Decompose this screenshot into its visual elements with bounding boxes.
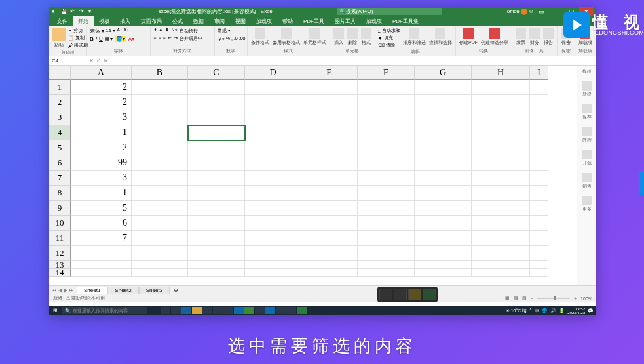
cell-H7[interactable]: [472, 171, 530, 186]
column-header-C[interactable]: C: [188, 66, 245, 80]
cell-A7[interactable]: 3: [71, 171, 132, 186]
tab-template[interactable]: 模板: [94, 16, 115, 26]
cell-I9[interactable]: [530, 201, 548, 216]
fill-color-button[interactable]: 🪣▾: [115, 36, 126, 42]
cell-B10[interactable]: [132, 216, 188, 231]
float-btn-4[interactable]: [423, 289, 436, 300]
cell-E5[interactable]: [301, 140, 358, 155]
cell-B7[interactable]: [132, 171, 188, 186]
taskbar-cortana-icon[interactable]: [161, 307, 170, 314]
copy-button[interactable]: 📋 复制: [68, 35, 88, 41]
cell-A6[interactable]: 99: [71, 155, 132, 171]
cell-I12[interactable]: [530, 246, 548, 261]
cell-A3[interactable]: 3: [71, 110, 132, 125]
underline-button[interactable]: U: [99, 36, 103, 42]
ribbon-options-icon[interactable]: ▭: [534, 7, 548, 16]
taskbar-app3-icon[interactable]: [255, 307, 265, 314]
zoom-slider[interactable]: [537, 298, 570, 299]
cell-B9[interactable]: [132, 201, 188, 216]
cell-B8[interactable]: [132, 186, 188, 201]
cell-H6[interactable]: [472, 155, 530, 171]
create-pdf-button[interactable]: 创建PDF: [459, 28, 478, 47]
fx-button[interactable]: fx: [104, 58, 107, 64]
cell-G2[interactable]: [415, 95, 472, 110]
cell-B13[interactable]: [132, 261, 188, 269]
indent-inc-icon[interactable]: ⇥: [174, 35, 178, 42]
cell-H4[interactable]: [472, 125, 530, 140]
clear-button[interactable]: ⌫ 清除: [378, 42, 400, 49]
cell-E13[interactable]: [301, 261, 358, 269]
qat-dropdown-icon[interactable]: ▾: [88, 9, 95, 15]
tab-review[interactable]: 审阅: [209, 16, 230, 26]
tab-pdf-tools[interactable]: PDF工具: [298, 16, 330, 26]
confirm-formula-icon[interactable]: ✓: [96, 58, 101, 64]
insert-cells-button[interactable]: 插入: [333, 28, 345, 47]
row-header-2[interactable]: 2: [49, 95, 71, 110]
tray-network-icon[interactable]: 🌐: [542, 308, 548, 313]
fill-button[interactable]: ▼ 填充: [378, 35, 400, 41]
cell-F1[interactable]: [358, 80, 415, 95]
cell-D6[interactable]: [245, 155, 301, 171]
report-button[interactable]: 报告: [542, 28, 554, 47]
sheet-tab-1[interactable]: Sheet1: [77, 287, 107, 294]
cell-A9[interactable]: 5: [71, 201, 132, 216]
float-btn-3[interactable]: [408, 289, 421, 300]
cell-D9[interactable]: [245, 201, 301, 216]
cell-E14[interactable]: [301, 269, 358, 277]
taskbar-search[interactable]: 🔍 在这里输入你要搜索的内容: [62, 307, 147, 314]
cell-F10[interactable]: [358, 216, 415, 231]
cell-C13[interactable]: [188, 261, 245, 269]
column-header-F[interactable]: F: [358, 66, 415, 80]
taskbar-edge-icon[interactable]: [234, 307, 244, 314]
sheet-tab-3[interactable]: Sheet3: [139, 287, 170, 294]
taskbar-app1-icon[interactable]: [213, 307, 223, 314]
font-size-selector[interactable]: 11 ▾: [105, 28, 115, 35]
border-button[interactable]: ▦▾: [105, 36, 113, 42]
align-left-icon[interactable]: ≡: [153, 35, 156, 42]
taskbar-app5-icon[interactable]: [276, 307, 286, 314]
cell-B3[interactable]: [132, 110, 188, 125]
cell-C3[interactable]: [188, 110, 245, 125]
indent-dec-icon[interactable]: ⇤: [168, 35, 172, 42]
share-button[interactable]: 创建筛选分享: [480, 28, 509, 47]
cell-C8[interactable]: [188, 186, 245, 201]
tab-data[interactable]: 数据: [188, 16, 209, 26]
cell-H5[interactable]: [472, 140, 530, 155]
cell-F6[interactable]: [358, 155, 415, 171]
user-face-icon[interactable]: ☺: [529, 9, 534, 14]
zoom-in-icon[interactable]: +: [574, 296, 577, 301]
cell-F9[interactable]: [358, 201, 415, 216]
column-header-A[interactable]: A: [71, 66, 132, 80]
dec-decimal-icon[interactable]: .00: [239, 36, 246, 43]
tab-pdf-toolset[interactable]: PDF工具集: [387, 16, 424, 26]
cell-B12[interactable]: [132, 246, 188, 261]
cell-D12[interactable]: [245, 246, 301, 261]
cell-I11[interactable]: [530, 231, 548, 246]
start-button[interactable]: ⊞: [49, 306, 61, 315]
view-break-icon[interactable]: ▧: [522, 296, 527, 301]
font-grow-icon[interactable]: A↑: [117, 28, 122, 35]
cell-A11[interactable]: 7: [71, 231, 132, 246]
cell-I8[interactable]: [530, 186, 548, 201]
cell-G12[interactable]: [415, 246, 472, 261]
cell-D14[interactable]: [245, 269, 301, 277]
row-header-1[interactable]: 1: [49, 80, 71, 95]
wrap-text-button[interactable]: 自动换行: [180, 28, 198, 34]
table-format-button[interactable]: 套用表格格式: [272, 28, 301, 47]
cell-H11[interactable]: [472, 231, 530, 246]
delete-cells-button[interactable]: 删除: [347, 28, 358, 47]
cell-H10[interactable]: [472, 216, 530, 231]
cell-styles-button[interactable]: 单元格样式: [303, 28, 327, 47]
select-all-button[interactable]: [49, 66, 71, 80]
tray-lang-icon[interactable]: 中: [535, 308, 539, 314]
align-middle-icon[interactable]: ⬌: [159, 28, 163, 34]
sheet-nav-prev-icon[interactable]: ◀: [58, 287, 62, 293]
view-normal-icon[interactable]: ▦: [505, 296, 510, 301]
cell-F7[interactable]: [358, 171, 415, 186]
tab-page-layout[interactable]: 页面布局: [136, 16, 167, 26]
cell-D5[interactable]: [245, 140, 301, 155]
cell-B2[interactable]: [132, 95, 188, 110]
cell-A10[interactable]: 6: [71, 216, 132, 231]
italic-button[interactable]: I: [96, 36, 97, 42]
cell-I13[interactable]: [530, 261, 548, 269]
